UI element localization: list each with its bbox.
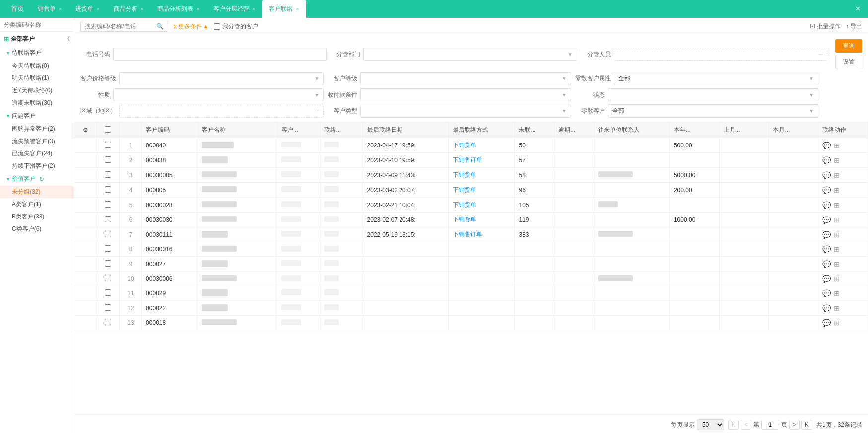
status-select[interactable]: ▼ (608, 88, 818, 101)
settings-icon[interactable]: ⚙ (83, 127, 88, 134)
dept-select[interactable]: ▼ (363, 48, 577, 61)
phone-input[interactable] (113, 48, 327, 61)
row-select[interactable] (105, 171, 111, 178)
sidebar-item-declining[interactable]: 持续下滑客户(2) (0, 160, 74, 172)
grid-action-icon[interactable]: ⊞ (834, 142, 840, 149)
row-select[interactable] (105, 275, 111, 281)
row-select[interactable] (105, 260, 111, 267)
grid-action-icon[interactable]: ⊞ (834, 275, 840, 283)
row-select[interactable] (105, 156, 111, 163)
close-product-list-tab[interactable]: × (196, 6, 199, 12)
grid-action-icon[interactable]: ⊞ (834, 289, 840, 297)
sidebar-item-lost[interactable]: 已流失客户(24) (0, 147, 74, 160)
reset-btn[interactable]: 设置 (835, 55, 862, 69)
message-icon[interactable]: 💬 (822, 171, 831, 179)
refresh-icon[interactable]: ↻ (39, 176, 44, 183)
grid-action-icon[interactable]: ⊞ (834, 260, 840, 268)
nav-tab-product-list[interactable]: 商品分析列表 × (150, 0, 206, 18)
manager-input[interactable]: ··· (614, 48, 827, 61)
nav-tab-product-analysis[interactable]: 商品分析 × (107, 0, 150, 18)
region-input[interactable]: ··· (119, 105, 324, 118)
row-select[interactable] (105, 304, 111, 311)
last-way-link[interactable]: 下销售订单 (453, 156, 482, 163)
grid-action-icon[interactable]: ⊞ (834, 319, 840, 327)
row-select[interactable] (105, 231, 111, 237)
nature-select[interactable]: ▼ (113, 88, 324, 101)
row-select[interactable] (105, 142, 111, 148)
row-select[interactable] (105, 186, 111, 193)
close-all-btn[interactable]: × (852, 4, 864, 13)
nav-tab-sales[interactable]: 销售单 × (31, 0, 68, 18)
problem-customer-header[interactable]: ▼ 问题客户 (0, 109, 74, 123)
message-icon[interactable]: 💬 (822, 289, 831, 297)
message-icon[interactable]: 💬 (822, 275, 831, 283)
nav-tab-purchase[interactable]: 进货单 × (68, 0, 106, 18)
message-icon[interactable]: 💬 (822, 142, 831, 149)
all-customers-header[interactable]: ⊞ 全部客户 《 (0, 32, 74, 46)
page-input[interactable] (761, 420, 779, 430)
sidebar-item-abnormal[interactable]: 囤购异常客户(2) (0, 123, 74, 135)
nav-tab-customer-contact[interactable]: 客户联络 × (262, 0, 306, 18)
row-select[interactable] (105, 289, 111, 296)
last-way-link[interactable]: 下销货单 (453, 201, 476, 208)
grid-action-icon[interactable]: ⊞ (834, 186, 840, 194)
last-way-link[interactable]: 下销货单 (453, 216, 476, 223)
sidebar-item-today[interactable]: 今天待联络(0) (0, 60, 74, 72)
last-way-link[interactable]: 下销货单 (453, 186, 476, 193)
grid-action-icon[interactable]: ⊞ (834, 171, 840, 179)
message-icon[interactable]: 💬 (822, 304, 831, 312)
customer-level-select[interactable]: ▼ (360, 72, 571, 85)
close-sales-tab[interactable]: × (59, 6, 62, 12)
retail-attr-select[interactable]: 全部 ▼ (614, 72, 818, 85)
query-btn[interactable]: 查询 (835, 39, 862, 53)
customer-type-select[interactable]: ▼ (360, 105, 571, 118)
price-level-select[interactable]: ▼ (119, 72, 324, 85)
prev-page-btn[interactable]: < (741, 420, 751, 430)
retail-customer-select[interactable]: 全部 ▼ (608, 104, 818, 118)
message-icon[interactable]: 💬 (822, 260, 831, 268)
nav-tab-customer-segment[interactable]: 客户分层经营 × (206, 0, 262, 18)
sidebar-item-tomorrow[interactable]: 明天待联络(1) (0, 72, 74, 84)
batch-ops-btn[interactable]: ☑ 批量操作 (810, 22, 841, 31)
message-icon[interactable]: 💬 (822, 231, 831, 239)
message-icon[interactable]: 💬 (822, 319, 831, 327)
grid-action-icon[interactable]: ⊞ (834, 231, 840, 239)
row-select[interactable] (105, 319, 111, 325)
payment-select[interactable]: ▼ (360, 88, 571, 101)
sidebar-item-ungroup[interactable]: 未分组(32) (0, 186, 74, 198)
value-customer-header[interactable]: ▼ 价值客户 ↻ (0, 172, 74, 186)
grid-action-icon[interactable]: ⊞ (834, 216, 840, 224)
sidebar-item-c[interactable]: C类客户(6) (0, 223, 74, 235)
grid-action-icon[interactable]: ⊞ (834, 156, 840, 164)
grid-action-icon[interactable]: ⊞ (834, 304, 840, 312)
more-conditions-btn[interactable]: ⧖ 更多条件 ▲ (173, 22, 209, 31)
message-icon[interactable]: 💬 (822, 186, 831, 194)
close-purchase-tab[interactable]: × (96, 6, 99, 12)
main-search-input[interactable] (85, 23, 154, 30)
sidebar-item-7days[interactable]: 近7天待联络(0) (0, 84, 74, 97)
first-page-btn[interactable]: K (728, 420, 739, 430)
close-segment-tab[interactable]: × (252, 6, 255, 12)
last-way-link[interactable]: 下销货单 (453, 171, 476, 178)
message-icon[interactable]: 💬 (822, 156, 831, 164)
my-customers-checkbox[interactable] (214, 23, 220, 30)
next-page-btn[interactable]: > (789, 420, 800, 430)
grid-action-icon[interactable]: ⊞ (834, 201, 840, 209)
last-way-link[interactable]: 下销售订单 (453, 231, 482, 238)
th-settings[interactable]: ⚙ (74, 122, 97, 138)
main-search-icon[interactable]: 🔍 (156, 23, 164, 30)
nav-home[interactable]: 首页 (4, 0, 31, 18)
my-customers-check[interactable]: 我分管的客户 (214, 22, 258, 31)
sidebar-item-warning[interactable]: 流失预警客户(3) (0, 135, 74, 147)
last-way-link[interactable]: 下销货单 (453, 142, 476, 148)
message-icon[interactable]: 💬 (822, 201, 831, 209)
last-page-btn[interactable]: K (801, 420, 812, 430)
row-select[interactable] (105, 245, 111, 252)
sidebar-item-overdue[interactable]: 逾期未联络(30) (0, 97, 74, 109)
close-product-tab[interactable]: × (140, 6, 143, 12)
select-all-checkbox[interactable] (105, 126, 111, 133)
close-contact-tab[interactable]: × (296, 6, 299, 12)
row-select[interactable] (105, 201, 111, 208)
export-btn[interactable]: ↑ 导出 (846, 22, 862, 31)
pending-contact-header[interactable]: ▼ 待联络客户 (0, 46, 74, 60)
